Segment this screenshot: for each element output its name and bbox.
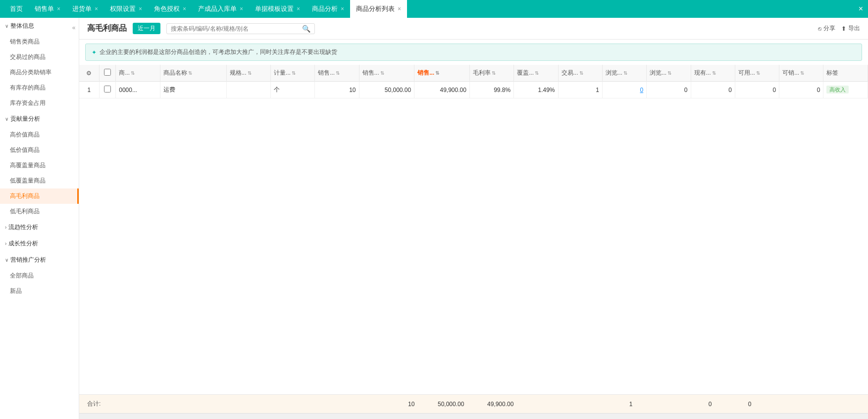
- search-input[interactable]: [171, 25, 299, 32]
- col-unit-header[interactable]: 计量... ⇅: [270, 65, 314, 82]
- col-transaction-header[interactable]: 交易... ⇅: [558, 65, 602, 82]
- share-icon: ⎋: [818, 25, 821, 32]
- close-permission-tab[interactable]: ×: [139, 5, 142, 12]
- col-current-stock-header[interactable]: 现有... ⇅: [691, 65, 735, 82]
- tag-badge: 高收入: [826, 86, 849, 93]
- sort-code-icon: ⇅: [131, 70, 135, 76]
- col-view2-header[interactable]: 浏览... ⇅: [647, 65, 691, 82]
- col-spec-header[interactable]: 规格... ⇅: [226, 65, 270, 82]
- cell-view2: 0: [647, 82, 691, 98]
- col-saleable-header[interactable]: 可销... ⇅: [779, 65, 823, 82]
- close-app-button[interactable]: ×: [859, 4, 863, 13]
- cell-sales-amt: 50,000.00: [359, 82, 414, 98]
- nav-permission[interactable]: 权限设置 ×: [104, 0, 148, 18]
- nav-goods-analysis-list[interactable]: 商品分析列表 ×: [350, 0, 407, 18]
- close-goods-analysis-tab[interactable]: ×: [341, 5, 344, 12]
- footer-sales-qty-val: 10: [378, 401, 417, 408]
- col-sales-profit-header[interactable]: 销售... ⇅: [414, 65, 470, 82]
- sidebar-item-category-rate[interactable]: 商品分类助销率: [0, 65, 79, 80]
- sidebar-item-high-value[interactable]: 高价值商品: [0, 127, 79, 142]
- sort-sales-profit-icon: ⇅: [435, 70, 439, 76]
- settings-icon[interactable]: ⚙: [86, 70, 92, 77]
- sort-sales-qty-icon: ⇅: [336, 70, 340, 76]
- col-code-header[interactable]: 商... ⇅: [116, 65, 160, 82]
- row-checkbox[interactable]: [104, 86, 111, 93]
- nav-purchase[interactable]: 进货单 ×: [66, 0, 104, 18]
- col-available-header[interactable]: 可用... ⇅: [735, 65, 779, 82]
- sort-spec-icon: ⇅: [248, 70, 252, 76]
- close-sales-tab[interactable]: ×: [57, 5, 60, 12]
- sidebar-item-stock-capital[interactable]: 库存资金占用: [0, 95, 79, 111]
- sidebar-collapse-button[interactable]: «: [69, 23, 79, 33]
- select-all-checkbox[interactable]: [104, 69, 111, 76]
- sort-view1-icon: ⇅: [623, 70, 627, 76]
- footer-sales-amt-val: 50,000.00: [417, 401, 467, 408]
- sidebar-item-low-margin[interactable]: 低毛利商品: [0, 204, 79, 219]
- sidebar-item-traded-goods[interactable]: 交易过的商品: [0, 49, 79, 65]
- close-goods-list-tab[interactable]: ×: [398, 5, 401, 12]
- footer-bar: 合计: 10 50,000.00 49,900.00 1 0 0: [79, 394, 868, 413]
- info-banner: ✦ 企业的主要的利润都是这部分商品创造的，可考虑加大推广，同时关注库存是不要出现…: [85, 44, 862, 61]
- col-settings[interactable]: ⚙: [79, 65, 99, 82]
- sidebar-group-overall[interactable]: ∨ 整体信息: [0, 18, 79, 34]
- footer-label: 合计:: [87, 400, 101, 408]
- nav-home[interactable]: 首页: [4, 0, 29, 18]
- col-tag-header[interactable]: 标签: [823, 65, 868, 82]
- share-button[interactable]: ⎋ 分享: [818, 24, 835, 33]
- col-sales-amt-header[interactable]: 销售... ⇅: [359, 65, 414, 82]
- sidebar-group-trend[interactable]: › 流趋性分析: [0, 219, 79, 235]
- col-name-header[interactable]: 商品名称 ⇅: [160, 65, 226, 82]
- cell-sales-profit: 49,900.00: [414, 82, 470, 98]
- nav-role[interactable]: 角色授权 ×: [148, 0, 192, 18]
- horizontal-scrollbar[interactable]: [79, 413, 868, 419]
- search-icon[interactable]: 🔍: [302, 25, 310, 33]
- sidebar-item-high-margin[interactable]: 高毛利商品: [0, 188, 79, 204]
- footer-values: 10 50,000.00 49,900.00 1 0 0: [120, 401, 754, 408]
- footer-sales-qty: [120, 401, 378, 408]
- period-button[interactable]: 近一月: [133, 23, 160, 34]
- col-view1-header[interactable]: 浏览... ⇅: [602, 65, 646, 82]
- col-checkbox[interactable]: [99, 65, 116, 82]
- cell-name: 运费: [160, 82, 226, 98]
- nav-sales[interactable]: 销售单 ×: [29, 0, 66, 18]
- nav-goods-analysis[interactable]: 商品分析 ×: [306, 0, 350, 18]
- header-actions: ⎋ 分享 ⬆ 导出: [818, 24, 860, 33]
- sidebar-group-growth[interactable]: › 成长性分析: [0, 235, 79, 252]
- close-role-tab[interactable]: ×: [183, 5, 186, 12]
- footer-coverage-val: [556, 401, 596, 408]
- arrow-growth: ›: [5, 241, 6, 246]
- nav-product-inbound[interactable]: 产成品入库单 ×: [192, 0, 249, 18]
- close-product-inbound-tab[interactable]: ×: [240, 5, 243, 12]
- arrow-contribution: ∨: [5, 116, 8, 122]
- cell-view1[interactable]: 0: [602, 82, 646, 98]
- sort-coverage-icon: ⇅: [535, 70, 539, 76]
- table-container[interactable]: ⚙ 商... ⇅ 商品名称: [79, 65, 868, 394]
- info-icon: ✦: [92, 49, 97, 56]
- sidebar-item-low-coverage[interactable]: 低覆盖量商品: [0, 173, 79, 188]
- nav-template[interactable]: 单据模板设置 ×: [249, 0, 306, 18]
- col-gross-rate-header[interactable]: 毛利率 ⇅: [469, 65, 513, 82]
- arrow-trend: ›: [5, 225, 6, 230]
- sort-name-icon: ⇅: [188, 70, 192, 76]
- cell-code: 0000...: [116, 82, 160, 98]
- close-purchase-tab[interactable]: ×: [95, 5, 98, 12]
- data-table: ⚙ 商... ⇅ 商品名称: [79, 65, 868, 98]
- sidebar-item-low-value[interactable]: 低价值商品: [0, 142, 79, 158]
- table-header-row: ⚙ 商... ⇅ 商品名称: [79, 65, 868, 82]
- sidebar-item-new-goods[interactable]: 新品: [0, 283, 79, 299]
- cell-transaction: 1: [558, 82, 602, 98]
- sidebar-item-all-goods[interactable]: 全部商品: [0, 268, 79, 283]
- col-sales-qty-header[interactable]: 销售... ⇅: [315, 65, 359, 82]
- sidebar-item-sales-goods[interactable]: 销售类商品: [0, 34, 79, 49]
- col-coverage-header[interactable]: 覆盖... ⇅: [514, 65, 558, 82]
- cell-checkbox[interactable]: [99, 82, 116, 98]
- cell-gross-rate: 99.8%: [469, 82, 513, 98]
- sidebar-item-in-stock[interactable]: 有库存的商品: [0, 80, 79, 95]
- sidebar-item-high-coverage[interactable]: 高覆盖量商品: [0, 158, 79, 173]
- export-button[interactable]: ⬆ 导出: [841, 24, 860, 33]
- arrow-overall: ∨: [5, 23, 8, 29]
- close-template-tab[interactable]: ×: [297, 5, 300, 12]
- sidebar-group-contribution[interactable]: ∨ 贡献量分析: [0, 111, 79, 127]
- page-title: 高毛利商品: [87, 23, 127, 34]
- sidebar-group-marketing[interactable]: ∨ 营销推广分析: [0, 252, 79, 268]
